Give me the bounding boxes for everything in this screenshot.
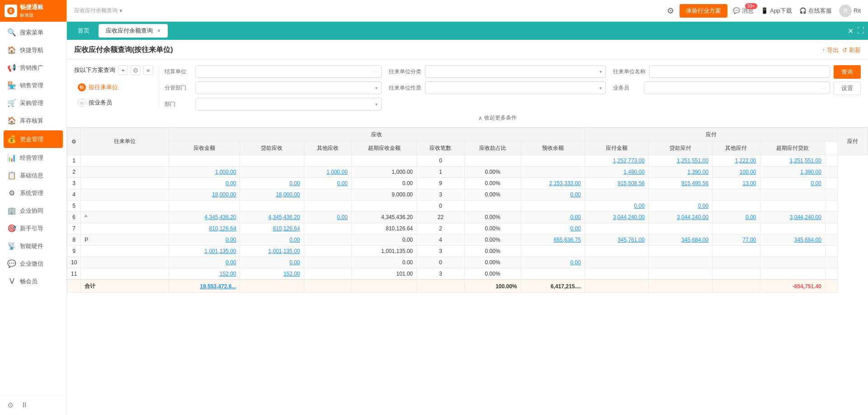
sidebar-label-hardware: 智能硬件 [20, 242, 43, 250]
refresh-icon: ↺ [842, 47, 847, 53]
sidebar-label-finance: 资金管理 [20, 135, 43, 143]
message-icon: 💬 [733, 7, 740, 14]
sidebar-item-basicinfo[interactable]: 📋 基础信息 [0, 167, 66, 184]
query-btn[interactable]: 查询 [834, 65, 861, 79]
table-row: 6^4,345,436.204,345,436.200.004,345,436.… [67, 212, 868, 223]
filter-collapse-btn[interactable]: « [143, 65, 153, 75]
col-ap-overdue: 超期应付贷款 [760, 142, 825, 155]
industry-btn[interactable]: 体验行业方案 [679, 4, 727, 18]
export-btn[interactable]: ↑ 导出 [822, 46, 839, 54]
footer-ar-count [417, 280, 464, 293]
message-btn[interactable]: 💬 消息 99+ [733, 7, 754, 15]
sidebar-label-wechat: 企业微信 [20, 260, 43, 268]
tab-home[interactable]: 首页 [71, 24, 97, 38]
tab-close-icon[interactable]: × [157, 28, 160, 34]
table-wrapper[interactable]: ⚙ 往来单位 应收 应付 应付 应收金额 贷款应收 其他应收 超期应收金额 应收… [67, 128, 868, 415]
main-content: 应收应付余额查询(按往来单位) ↑ 导出 ↺ 刷新 按以下方案查询 + ⊙ [67, 40, 868, 415]
download-icon: 📱 [761, 7, 768, 14]
sidebar-item-purchase[interactable]: 🛒 采购管理 [0, 94, 66, 112]
hardware-icon: 📡 [7, 242, 16, 250]
user-menu[interactable]: R Rit [839, 5, 861, 17]
footer-ar-other [304, 280, 351, 293]
sales-icon: 🏪 [7, 81, 16, 90]
filter-fields: 结算单位 ··· 往来单位分类 ▾ 往来单位名称 [165, 65, 830, 122]
unit-type-arrow: ▾ [599, 69, 602, 74]
filter-area: 按以下方案查询 + ⊙ « 畅 按往来单位 ⊙ 按业务员 [67, 60, 868, 128]
query-buttons: 查询 设置 [830, 65, 861, 95]
message-badge: 99+ [745, 3, 757, 9]
filter-row-2: 往来单位分类 ▾ [389, 65, 606, 78]
logo-icon: 6 [5, 5, 17, 17]
tab-close-all-icon[interactable]: ✕ [848, 27, 854, 35]
input-salesman[interactable]: ··· [644, 81, 830, 94]
settings-footer-icon[interactable]: ⚙ [7, 401, 14, 410]
collapse-icon[interactable]: ⏸ [21, 401, 28, 410]
footer-ap-other [712, 280, 760, 293]
sidebar-item-corp[interactable]: 🏢 企业协同 [0, 202, 66, 219]
salesman-dots: ··· [821, 85, 826, 91]
sidebar-item-wechat[interactable]: 💬 企业微信 [0, 255, 66, 272]
col-header-unit: 往来单位 [81, 128, 169, 155]
sidebar-item-hardware[interactable]: 📡 智能硬件 [0, 237, 66, 255]
footer-ap-amount [585, 280, 648, 293]
sidebar-label-member: 畅会员 [20, 277, 38, 286]
guide-icon: 🎯 [7, 224, 16, 233]
sidebar-label-search: 搜索菜单 [20, 29, 43, 37]
table-footer: 合计 19,553,472.6... 100.00% 6,417,215....… [67, 280, 868, 293]
sidebar-item-guide[interactable]: 🎯 新手引导 [0, 219, 66, 237]
dept-arrow: ▾ [375, 86, 377, 91]
label-dept: 分管部门 [165, 84, 192, 92]
input-unit-name[interactable] [649, 65, 830, 78]
sidebar-item-sales[interactable]: 🏪 销售管理 [0, 76, 66, 94]
filter-collapse-btn[interactable]: ∧ 收起更多条件 [165, 114, 830, 122]
label-unit-type: 往来单位分类 [389, 68, 421, 76]
sidebar-item-member[interactable]: Ⅴ 畅会员 [0, 272, 66, 290]
sidebar-item-sysadmin[interactable]: ⚙ 系统管理 [0, 184, 66, 202]
table-row: 418,000.0018,000.009,000.0030.00%0.00 [67, 189, 868, 200]
sidebar-label-guide: 新手引导 [20, 224, 43, 233]
table-body: 101,252,773.001,251,551.001,222.001,251,… [67, 155, 868, 280]
sidebar-item-operation[interactable]: 📊 经营管理 [0, 149, 66, 167]
col-header-settings[interactable]: ⚙ [67, 128, 81, 155]
user-avatar: R [839, 5, 852, 17]
sidebar-label-marketing: 营销推广 [20, 64, 43, 72]
input-settlement[interactable]: ··· [195, 65, 382, 78]
input-unit-type[interactable]: ▾ [425, 65, 606, 78]
col-group-ap: 应付 [585, 128, 838, 142]
settlement-dots: ··· [373, 68, 377, 75]
col-ar-other: 其他应收 [304, 142, 351, 155]
input-department[interactable]: ▾ [195, 98, 382, 110]
filter-add-btn[interactable]: + [118, 65, 128, 75]
input-unit-nature[interactable]: ▾ [425, 81, 606, 94]
filter-settings-btn[interactable]: ⊙ [131, 65, 141, 75]
sidebar-item-finance[interactable]: 💰 资金管理 [4, 130, 63, 148]
filter-nav-item-unit[interactable]: 畅 按往来单位 [74, 81, 153, 94]
svg-text:6: 6 [9, 8, 12, 14]
unit-nav-icon: 畅 [78, 83, 86, 91]
filter-nav-item-salesman[interactable]: ⊙ 按业务员 [74, 96, 153, 110]
app-download-btn[interactable]: 📱 App下载 [761, 7, 792, 15]
corp-icon: 🏢 [7, 206, 16, 215]
sidebar-item-inventory[interactable]: 🏠 库存核算 [0, 112, 66, 129]
sidebar-item-quicknav[interactable]: 🏠 快捷导航 [0, 41, 66, 59]
refresh-label: 刷新 [849, 46, 861, 54]
sidebar-item-marketing[interactable]: 📢 营销推广 [0, 59, 66, 76]
input-dept[interactable]: ▾ [195, 81, 382, 94]
filter-row-4: 分管部门 ▾ [165, 81, 382, 94]
refresh-btn[interactable]: ↺ 刷新 [842, 46, 861, 54]
sidebar-item-search[interactable]: 🔍 搜索菜单 [0, 24, 66, 41]
header-settings-icon[interactable]: ⚙ [667, 6, 674, 16]
tab-maximize-icon[interactable]: ⛶ [857, 27, 864, 35]
collapse-label: 收起更多条件 [484, 114, 517, 122]
col-ar-loan: 贷款应收 [240, 142, 304, 155]
sidebar-label-basicinfo: 基础信息 [20, 172, 43, 180]
set-btn[interactable]: 设置 [834, 81, 861, 95]
tab-arbalance[interactable]: 应收应付余额查询 × [99, 24, 168, 38]
footer-ar-total[interactable]: 19,553,472.6... [169, 280, 240, 293]
sidebar-footer: ⚙ ⏸ [0, 395, 66, 415]
tabbar-actions: ✕ ⛶ [848, 27, 864, 35]
unit-nature-arrow: ▾ [599, 86, 602, 91]
footer-empty1 [67, 280, 81, 293]
online-service-btn[interactable]: 🎧 在线客服 [799, 7, 832, 15]
label-settlement: 结算单位 [165, 68, 192, 76]
